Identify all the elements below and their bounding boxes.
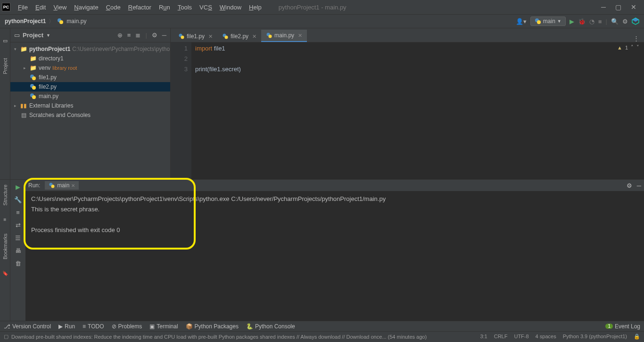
menu-edit[interactable]: Edit [33, 3, 49, 12]
menu-vcs[interactable]: VCS [197, 3, 215, 12]
project-title[interactable]: Project [23, 32, 43, 39]
gear-icon[interactable]: ⚙ [627, 182, 632, 189]
indent[interactable]: 4 spaces [536, 334, 556, 340]
filter-icon[interactable]: ⇄ [16, 222, 21, 229]
terminal-button[interactable]: ▣ Terminal [149, 323, 178, 330]
warning-icon[interactable]: ▲ [617, 45, 622, 50]
close-tab-icon[interactable]: ✕ [71, 183, 75, 188]
debug-button[interactable]: 🐞 [578, 18, 586, 25]
version-control-button[interactable]: ⎇ Version Control [4, 323, 51, 330]
tree-dir[interactable]: 📁 directory1 [10, 54, 170, 63]
caret-position[interactable]: 3:1 [480, 334, 487, 340]
select-opened-file-icon[interactable]: ⊕ [117, 32, 123, 39]
code-with-me-icon[interactable] [632, 17, 639, 25]
menu-window[interactable]: Window [217, 3, 244, 12]
close-tab-icon[interactable]: ✕ [252, 33, 256, 40]
maximize-button[interactable]: ▢ [615, 3, 621, 11]
python-console-button[interactable]: 🐍 Python Console [246, 323, 295, 330]
console-output[interactable]: C:\Users\never\PycharmProjects\pythonPro… [25, 191, 644, 321]
search-everywhere-icon[interactable]: 🔍 [611, 18, 619, 25]
python-packages-button[interactable]: 📦 Python Packages [186, 323, 239, 330]
stop-button[interactable]: ■ [598, 18, 602, 25]
menu-help[interactable]: Help [246, 3, 264, 12]
encoding[interactable]: UTF-8 [514, 334, 528, 340]
tree-scratches[interactable]: ▤ Scratches and Consoles [10, 110, 170, 120]
tab-main[interactable]: main.py ✕ [261, 30, 307, 42]
run-tab-main[interactable]: main ✕ [45, 181, 79, 190]
gear-icon[interactable]: ⚙ [152, 32, 157, 39]
warning-count: 1 [625, 45, 628, 50]
wrap-icon[interactable]: ☰ [15, 234, 21, 242]
tree-ext-libs[interactable]: ▸ ▮▮ External Libraries [10, 101, 170, 110]
tree-root[interactable]: ▾ 📁 pythonProject1 C:\Users\never\Pychar… [10, 44, 170, 54]
collapse-all-icon[interactable]: ≣ [135, 32, 140, 39]
menu-file[interactable]: File [15, 3, 31, 12]
tab-label: main.py [274, 32, 294, 39]
chevron-down-icon[interactable]: ▾ [14, 47, 20, 51]
tree-file-selected[interactable]: file2.py [10, 82, 170, 92]
run-button-bottom[interactable]: ▶ Run [58, 323, 75, 330]
interpreter[interactable]: Python 3.9 (pythonProject1) [563, 334, 627, 340]
line-separator[interactable]: CRLF [494, 334, 508, 340]
chevron-right-icon[interactable]: ▸ [24, 66, 29, 70]
rerun-icon[interactable]: ▶ [16, 184, 20, 191]
lock-icon[interactable]: 🔒 [634, 334, 640, 340]
tree-item-label: file2.py [39, 83, 57, 90]
add-user-icon[interactable]: 👤▾ [516, 18, 527, 25]
breadcrumb-file[interactable]: main.py [66, 18, 86, 25]
svg-point-11 [32, 95, 36, 99]
layout-icon[interactable]: ≡ [16, 209, 20, 216]
editor-tab-menu[interactable]: ⋮ [628, 35, 644, 42]
console-line: Process finished with exit code 0 [31, 226, 120, 234]
project-tool-button[interactable]: ▭ [3, 38, 8, 44]
run-tab-label: main [57, 182, 69, 189]
project-label[interactable]: Project [2, 58, 8, 74]
run-button[interactable]: ▶ [570, 18, 574, 25]
print-icon[interactable]: 🖶 [15, 247, 21, 254]
code-content[interactable]: import file1 print(file1.secret) [191, 42, 644, 179]
bookmarks-tool-button[interactable]: Bookmarks [2, 234, 8, 259]
status-icon[interactable]: ▢ [4, 334, 8, 340]
tab-label: file1.py [187, 33, 205, 40]
menu-code[interactable]: Code [103, 3, 124, 12]
close-tab-icon[interactable]: ✕ [208, 33, 213, 40]
minimize-button[interactable]: ─ [601, 3, 606, 11]
hide-panel-icon[interactable]: ─ [637, 182, 641, 189]
navigation-bar: pythonProject1 〉 main.py 👤▾ main ▼ ▶ 🐞 ◔… [0, 14, 644, 28]
event-log-button[interactable]: 1 Event Log [605, 323, 640, 330]
line-number: 3 [171, 64, 188, 75]
stop-icon[interactable]: 🔧 [14, 196, 22, 203]
chevron-right-icon[interactable]: ▸ [14, 103, 20, 108]
coverage-button[interactable]: ◔ [589, 18, 594, 25]
close-button[interactable]: ✕ [631, 3, 636, 11]
status-message[interactable]: Download pre-built shared indexes: Reduc… [11, 334, 427, 340]
settings-icon[interactable]: ⚙ [622, 18, 628, 25]
hide-panel-icon[interactable]: ─ [162, 32, 166, 39]
structure-tool-button[interactable]: Structure [2, 184, 8, 206]
tab-file1[interactable]: file1.py ✕ [173, 31, 217, 42]
menu-refactor[interactable]: Refactor [125, 3, 154, 12]
tree-file[interactable]: main.py [10, 92, 170, 101]
run-config-selector[interactable]: main ▼ [530, 17, 566, 26]
chevron-down-icon[interactable]: ▼ [46, 33, 50, 38]
chevron-down-icon[interactable]: ˅ [636, 44, 639, 50]
code-editor[interactable]: 1 2 3 import file1 print(file1.secret) ▲… [171, 42, 644, 179]
breadcrumb-project[interactable]: pythonProject1 [5, 18, 46, 25]
menu-tools[interactable]: Tools [175, 3, 195, 12]
problems-button[interactable]: ⊘ Problems [112, 323, 142, 330]
menu-navigate[interactable]: Navigate [71, 3, 101, 12]
menu-run[interactable]: Run [156, 3, 173, 12]
tab-file2[interactable]: file2.py ✕ [217, 31, 261, 42]
expand-all-icon[interactable]: ≡ [127, 32, 131, 39]
close-tab-icon[interactable]: ✕ [298, 33, 302, 39]
menu-view[interactable]: View [50, 3, 69, 12]
todo-button[interactable]: ≡ TODO [83, 323, 104, 330]
tree-item-label: directory1 [39, 55, 64, 62]
tab-label: file2.py [231, 33, 248, 40]
tree-root-path: C:\Users\never\PycharmProjects\pytho [72, 46, 170, 52]
delete-icon[interactable]: 🗑 [15, 260, 21, 267]
chevron-up-icon[interactable]: ˄ [631, 44, 634, 50]
tree-file[interactable]: file1.py [10, 73, 170, 82]
run-label: Run: [28, 182, 40, 189]
tree-venv[interactable]: ▸ 📁 venv library root [10, 63, 170, 73]
